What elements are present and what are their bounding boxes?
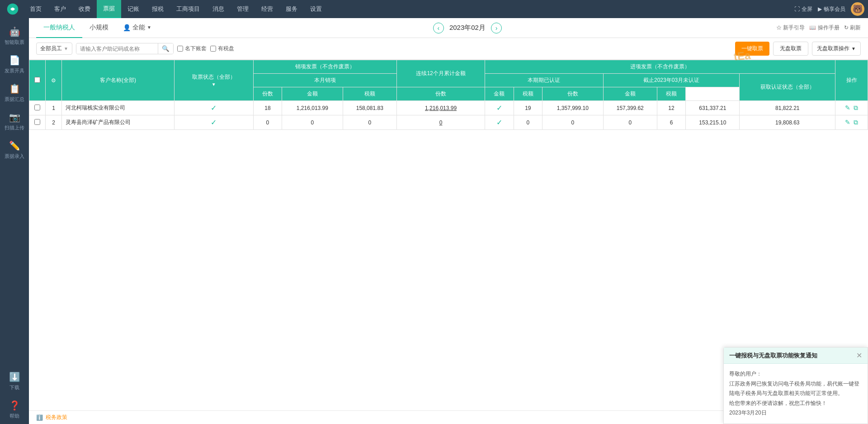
tax-disk-filter-label[interactable]: 有税盘 (210, 45, 234, 52)
month-navigation: ‹ 2023年02月 › (159, 23, 776, 33)
row-num: 2 (46, 115, 62, 130)
th-sales-qty: 份数 (253, 87, 282, 101)
next-month-btn[interactable]: › (491, 23, 502, 33)
edit-icon[interactable]: ✎ (845, 104, 850, 111)
no-disk-ops-btn[interactable]: 无盘取票操作 ▼ (812, 42, 861, 56)
refresh-btn[interactable]: ↻ 刷新 (844, 24, 861, 32)
th-customer-name: 客户名称(全部) (62, 60, 175, 101)
manual-icon: 📖 (809, 24, 816, 31)
tax-policy-link[interactable]: 税务政策 (46, 414, 67, 421)
th-sales-tax: 税额 (343, 87, 396, 101)
dropdown-ops-icon: ▼ (851, 46, 856, 51)
th-operations: 操作 (835, 60, 868, 101)
nav-operation[interactable]: 经营 (255, 0, 279, 18)
row-checkbox[interactable] (29, 101, 46, 115)
no-disk-ticket-btn[interactable]: 无盘取票 (773, 42, 808, 56)
row-cert-status: ✓ (485, 115, 514, 130)
prev-month-btn[interactable]: ‹ (433, 23, 444, 33)
manual-btn[interactable]: 📖 操作手册 (809, 24, 839, 32)
th-purchase-tax: 税额 (514, 87, 542, 101)
invoice-table: ⚙ 客户名称(全部) 取票状态（全部） ▼ 销项发票（不含作废票） 连续12个月… (29, 60, 868, 130)
row-not-cert-qty: 12 (657, 101, 685, 115)
row-not-cert-amount: 631,337.21 (686, 101, 740, 115)
nav-business[interactable]: 工商项目 (170, 0, 206, 18)
sidebar-item-download[interactable]: ⬇️ 下载 (0, 367, 29, 395)
edit-icon[interactable]: ✎ (845, 119, 850, 126)
row-purchase-amount: 0 (542, 115, 604, 130)
th-ticket-status: 取票状态（全部） ▼ (174, 60, 253, 101)
account-filter-label[interactable]: 名下账套 (177, 45, 207, 52)
table-row: 2 灵寿县尚泽矿产品有限公司 ✓ 0 0 0 0 ✓ 0 0 0 6 153,2… (29, 115, 868, 130)
tea-badge: tEa (733, 49, 751, 63)
sidebar-item-help[interactable]: ❓ 帮助 (0, 395, 29, 424)
row-not-cert-tax: 81,822.21 (740, 101, 835, 115)
search-input[interactable] (76, 44, 158, 54)
notification-popup: 一键报税与无盘取票功能恢复通知 ✕ 尊敬的用户：江苏政务网已恢复访问电子税务局功… (723, 347, 868, 424)
nav-message[interactable]: 消息 (206, 0, 231, 18)
nav-ticket[interactable]: 票据 (97, 0, 121, 18)
member-btn[interactable]: ▶ 畅享会员 (818, 5, 845, 13)
nav-right: ⛶ 全屏 ▶ 畅享会员 🐻 (794, 2, 864, 16)
nav-tax[interactable]: 报税 (146, 0, 170, 18)
row-purchase-amount: 1,357,999.10 (542, 101, 604, 115)
nav-settings[interactable]: 设置 (304, 0, 328, 18)
row-cumulative: 0 (396, 115, 485, 130)
nav-home[interactable]: 首页 (24, 0, 48, 18)
avatar[interactable]: 🐻 (851, 2, 864, 16)
nav-account[interactable]: 记账 (121, 0, 146, 18)
settings-icon[interactable]: ⚙ (51, 77, 56, 84)
tab-actions: ☆ 新手引导 📖 操作手册 ↻ 刷新 (776, 24, 861, 32)
row-ticket-status: ✓ (174, 115, 253, 130)
row-sales-amount: 1,216,013.99 (282, 101, 343, 115)
nav-customer[interactable]: 客户 (48, 0, 72, 18)
row-purchase-qty: 0 (514, 115, 542, 130)
person-icon: 👤 (123, 24, 131, 31)
account-filter-checkbox[interactable] (177, 46, 183, 52)
invoice-summary-icon: 📋 (9, 83, 20, 94)
info-icon: ℹ️ (36, 414, 43, 421)
guide-btn[interactable]: ☆ 新手引导 (776, 24, 805, 32)
sidebar-item-invoice-summary[interactable]: 📋 票据汇总 (0, 79, 29, 107)
th-current-month-sales: 本月销项 (253, 74, 396, 87)
sidebar-item-smart-ticket[interactable]: 🤖 智能取票 (0, 22, 29, 50)
copy-icon[interactable]: ⧉ (854, 119, 858, 126)
notification-close-btn[interactable]: ✕ (856, 351, 862, 360)
current-month: 2023年02月 (449, 24, 486, 32)
tax-disk-filter-checkbox[interactable] (210, 46, 216, 52)
fullscreen-btn[interactable]: ⛶ 全屏 (794, 5, 812, 13)
row-purchase-tax: 157,399.62 (603, 101, 657, 115)
row-sales-amount: 0 (282, 115, 343, 130)
top-nav: 首页 客户 收费 票据 记账 报税 工商项目 消息 管理 经营 服务 设置 ⛶ … (0, 0, 868, 18)
notification-header: 一键报税与无盘取票功能恢复通知 ✕ (724, 348, 868, 364)
search-button[interactable]: 🔍 (158, 43, 173, 54)
smart-ticket-icon: 🤖 (9, 26, 20, 37)
sidebar-item-invoice-entry[interactable]: ✏️ 票据录入 (0, 136, 29, 164)
row-checkbox[interactable] (29, 115, 46, 130)
row-sales-qty: 0 (253, 115, 282, 130)
row-sales-tax: 158,081.83 (343, 101, 396, 115)
th-current-period-certified: 本期期已认证 (485, 74, 603, 87)
search-wrap: 🔍 (76, 43, 174, 54)
member-icon: ▶ (818, 6, 822, 12)
row-purchase-qty: 19 (514, 101, 542, 115)
action-buttons: 一键取票 无盘取票 无盘取票操作 ▼ (735, 42, 861, 56)
logo[interactable] (4, 0, 22, 18)
sidebar-item-invoice-open[interactable]: 📄 发票开具 (0, 50, 29, 79)
row-sales-tax: 0 (343, 115, 396, 130)
nav-manage[interactable]: 管理 (231, 0, 255, 18)
filter-icon[interactable]: ▼ (212, 82, 216, 87)
tab-small-scale[interactable]: 小规模 (82, 18, 116, 38)
copy-icon[interactable]: ⧉ (854, 104, 858, 111)
nav-fee[interactable]: 收费 (72, 0, 97, 18)
invoice-open-icon: 📄 (9, 55, 20, 66)
tab-full[interactable]: 👤 全能 ▼ (116, 18, 159, 38)
th-not-cert-amount: 金额 (603, 87, 657, 101)
nav-service[interactable]: 服务 (279, 0, 304, 18)
sidebar-item-scan-upload[interactable]: 📷 扫描上传 (0, 107, 29, 136)
select-all-checkbox[interactable] (34, 77, 40, 83)
row-sales-qty: 18 (253, 101, 282, 115)
tab-general-taxpayer[interactable]: 一般纳税人 (36, 18, 82, 38)
download-icon: ⬇️ (9, 372, 20, 382)
th-not-cert-tax: 税额 (657, 87, 685, 101)
employee-filter[interactable]: 全部员工 ▼ (36, 43, 72, 55)
